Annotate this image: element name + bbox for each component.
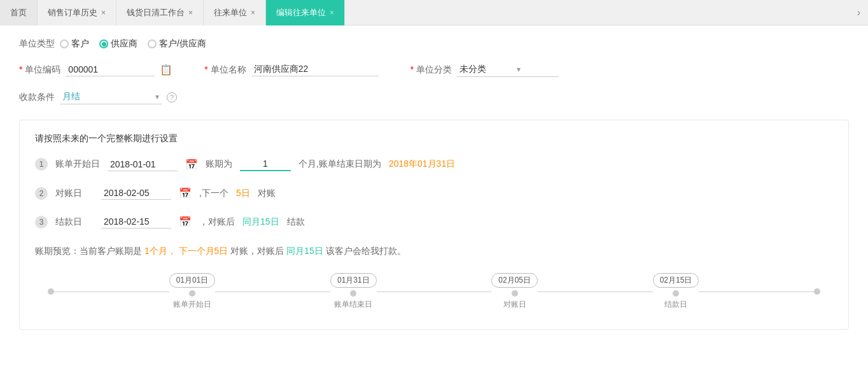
row2-highlight: 5日 <box>236 188 250 199</box>
timeline-line-0 <box>54 292 169 292</box>
row1-highlight-date: 2018年01月31日 <box>389 158 455 170</box>
setting-row-3: 3 结款日 2018-02-15 📅 ，对账后 同月15日 结款 <box>35 215 833 229</box>
row-label-1: 账单开始日 <box>55 158 100 170</box>
tab-edit-partner[interactable]: 编辑往来单位 × <box>266 0 345 25</box>
payment-value: 月结 <box>62 91 80 102</box>
timeline-node-2: 01月31日 账单结束日 <box>330 273 377 310</box>
setting-row-2: 2 对账日 2018-02-05 📅 ,下一个 5日 对账 <box>35 186 833 200</box>
payment-row: 收款条件 月结 ▾ ? <box>19 90 849 104</box>
timeline-right-end-dot <box>814 288 820 295</box>
tab-cash-work[interactable]: 钱货日清工作台 × <box>116 0 204 25</box>
unit-code-label: 单位编码 <box>19 64 60 76</box>
radio-both-circle <box>148 39 157 48</box>
radio-customer[interactable]: 客户 <box>60 38 89 50</box>
timeline-line-1 <box>215 292 330 292</box>
unit-name-input[interactable]: 河南供应商22 <box>251 63 379 76</box>
close-edit-partner[interactable]: × <box>330 8 334 17</box>
row1-suffix: 个月,账单结束日期为 <box>298 158 381 170</box>
row-num-1: 1 <box>35 158 48 171</box>
row1-prefix: 账期为 <box>206 158 232 170</box>
unit-type-field: 单位类型 客户 供应商 客户/供应商 <box>19 38 206 50</box>
radio-customer-label: 客户 <box>71 38 89 50</box>
reconcile-date-input[interactable]: 2018-02-05 <box>101 186 171 200</box>
timeline-node-4: 02月15日 结款日 <box>653 273 699 310</box>
preview-part3: 同月15日 <box>286 246 323 256</box>
timeline-label-2: 账单结束日 <box>334 299 372 310</box>
start-date-input[interactable]: 2018-01-01 <box>108 158 178 171</box>
tab-bar: 首页 销售订单历史 × 钱货日清工作台 × 往来单位 × 编辑往来单位 × › <box>0 0 868 25</box>
timeline-dot-1 <box>189 290 195 297</box>
timeline-dot-3 <box>512 290 518 297</box>
radio-customer-circle <box>60 39 69 48</box>
payment-help-icon[interactable]: ? <box>167 92 177 102</box>
settings-box: 请按照未来的一个完整帐期进行设置 1 账单开始日 2018-01-01 📅 账期… <box>19 120 849 330</box>
row-num-3: 3 <box>35 216 48 229</box>
radio-supplier[interactable]: 供应商 <box>99 38 137 50</box>
unit-name-field: 单位名称 河南供应商22 <box>204 63 378 76</box>
row-label-2: 对账日 <box>55 188 94 199</box>
preview-middle: 对账，对账后 <box>230 246 284 256</box>
unit-code-input[interactable]: 000001 <box>66 63 155 76</box>
timeline-node-3: 02月05日 对账日 <box>491 273 538 310</box>
row2-prefix: ,下一个 <box>199 188 228 199</box>
unit-type-label: 单位类型 <box>19 38 55 50</box>
timeline-badge-4: 02月15日 <box>653 273 699 288</box>
unit-class-arrow-icon: ▾ <box>517 65 521 74</box>
timeline-label-3: 对账日 <box>503 299 526 310</box>
timeline-line-2 <box>377 292 492 292</box>
row2-suffix: 对账 <box>258 188 276 199</box>
row3-prefix: ，对账后 <box>199 216 235 228</box>
preview-suffix: 该客户会给我打款。 <box>326 246 406 256</box>
timeline-dot-2 <box>350 290 356 297</box>
timeline-badge-2: 01月31日 <box>330 273 377 288</box>
close-cash-work[interactable]: × <box>188 8 193 17</box>
main-content: 单位类型 客户 供应商 客户/供应商 单位编码 000001 <box>0 25 868 387</box>
payment-date-calendar-icon[interactable]: 📅 <box>179 216 192 228</box>
timeline-node-1: 01月01日 账单开始日 <box>169 273 216 310</box>
unit-class-select[interactable]: 未分类 ▾ <box>457 62 559 77</box>
row3-suffix: 结款 <box>287 216 305 228</box>
close-sales-history[interactable]: × <box>101 8 106 17</box>
preview-part2: 下一个月5日 <box>179 246 228 256</box>
radio-supplier-label: 供应商 <box>111 38 137 50</box>
reconcile-calendar-icon[interactable]: 📅 <box>179 187 192 199</box>
settings-title: 请按照未来的一个完整帐期进行设置 <box>35 133 833 144</box>
tab-home[interactable]: 首页 <box>0 0 38 25</box>
timeline-label-4: 结款日 <box>664 299 687 310</box>
tab-sales-history[interactable]: 销售订单历史 × <box>38 0 116 25</box>
radio-both-label: 客户/供应商 <box>159 38 206 50</box>
timeline-badge-1: 01月01日 <box>169 273 216 288</box>
payment-date-input[interactable]: 2018-02-15 <box>101 215 171 229</box>
preview-part1: 1个月， <box>144 246 176 256</box>
preview-prefix: 账期预览：当前客户账期是 <box>35 246 142 256</box>
payment-arrow-icon: ▾ <box>155 92 159 101</box>
payment-select[interactable]: 月结 ▾ <box>60 90 162 104</box>
close-partner[interactable]: × <box>251 8 255 17</box>
timeline-line-3 <box>538 292 653 292</box>
row-num-2: 2 <box>35 187 48 200</box>
timeline-line-4 <box>699 292 814 292</box>
unit-info-row: 单位编码 000001 📋 单位名称 河南供应商22 单位分类 未分类 ▾ <box>19 62 849 77</box>
payment-label: 收款条件 <box>19 92 55 103</box>
unit-code-field: 单位编码 000001 📋 <box>19 63 172 76</box>
timeline: 01月01日 账单开始日 01月31日 账单结束日 02月05日 <box>35 273 833 310</box>
start-date-calendar-icon[interactable]: 📅 <box>185 158 198 171</box>
radio-supplier-circle <box>99 39 108 48</box>
unit-class-value: 未分类 <box>459 64 486 75</box>
row-label-3: 结款日 <box>55 216 94 228</box>
timeline-left-end-dot <box>48 288 54 295</box>
month-value-input[interactable]: 1 <box>240 157 291 171</box>
unit-class-field: 单位分类 未分类 ▾ <box>410 62 559 77</box>
radio-both[interactable]: 客户/供应商 <box>148 38 206 50</box>
timeline-dot-4 <box>673 290 679 297</box>
row3-highlight: 同月15日 <box>242 216 279 228</box>
unit-type-radio-group: 客户 供应商 客户/供应商 <box>60 38 206 50</box>
tab-more-button[interactable]: › <box>850 0 868 25</box>
unit-name-label: 单位名称 <box>204 64 246 76</box>
unit-code-calendar-icon[interactable]: 📋 <box>160 64 172 76</box>
setting-row-1: 1 账单开始日 2018-01-01 📅 账期为 1 个月,账单结束日期为 20… <box>35 157 833 171</box>
preview-text: 账期预览：当前客户账期是 1个月， 下一个月5日 对账，对账后 同月15日 该客… <box>35 244 833 258</box>
timeline-label-1: 账单开始日 <box>173 299 211 310</box>
tab-partner[interactable]: 往来单位 × <box>204 0 266 25</box>
unit-class-label: 单位分类 <box>410 64 452 76</box>
